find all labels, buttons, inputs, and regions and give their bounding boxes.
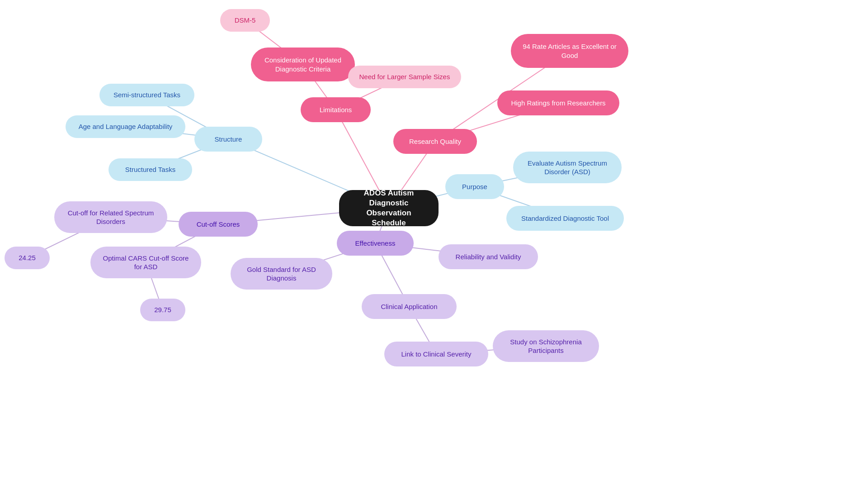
node-structured-tasks: Structured Tasks: [108, 158, 192, 181]
node-limitations: Limitations: [301, 97, 371, 122]
node-structure: Structure: [194, 127, 262, 152]
node-gold-standard: Gold Standard for ASD Diagnosis: [231, 258, 332, 290]
node-semi-structured: Semi-structured Tasks: [99, 84, 194, 106]
node-29-75: 29.75: [140, 299, 185, 321]
node-research-quality: Research Quality: [393, 129, 477, 154]
node-94-rate: 94 Rate Articles as Excellent or Good: [511, 34, 628, 68]
node-optimal-cars: Optimal CARS Cut-off Score for ASD: [90, 247, 201, 278]
node-clinical-application: Clinical Application: [362, 294, 457, 319]
node-link-clinical: Link to Clinical Severity: [384, 342, 488, 366]
node-cutoff-scores: Cut-off Scores: [179, 212, 258, 237]
node-schizophrenia: Study on Schizophrenia Participants: [493, 330, 599, 362]
node-dsm5: DSM-5: [220, 9, 270, 32]
node-effectiveness: Effectiveness: [337, 231, 414, 256]
node-evaluate-asd: Evaluate Autism Spectrum Disorder (ASD): [513, 152, 622, 183]
center-node: ADOS Autism Diagnostic Observation Sched…: [339, 190, 439, 226]
node-24-25: 24.25: [5, 247, 50, 269]
node-high-ratings: High Ratings from Researchers: [497, 90, 619, 115]
node-cutoff-spectrum: Cut-off for Related Spectrum Disorders: [54, 201, 167, 233]
node-updated-criteria: Consideration of Updated Diagnostic Crit…: [251, 48, 355, 81]
node-reliability: Reliability and Validity: [439, 244, 538, 269]
node-age-language: Age and Language Adaptability: [66, 115, 185, 138]
node-purpose: Purpose: [445, 174, 504, 199]
node-standardized: Standardized Diagnostic Tool: [506, 206, 624, 231]
node-larger-samples: Need for Larger Sample Sizes: [348, 66, 461, 88]
